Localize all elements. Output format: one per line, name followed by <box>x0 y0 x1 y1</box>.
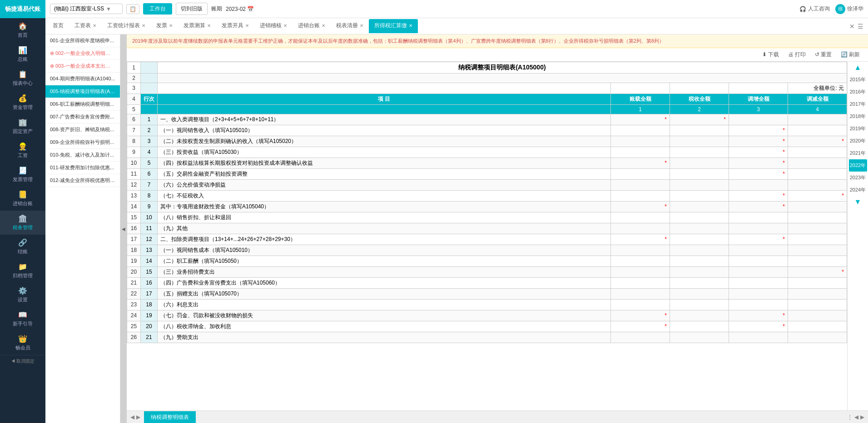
tab-close-purchase-ledger[interactable]: ✕ <box>322 23 325 28</box>
reports-icon: 📋 <box>18 70 27 79</box>
company-selector[interactable]: (物副) 江西股室-LSS ▼ <box>50 4 123 14</box>
workspace-button[interactable]: 工作台 <box>143 3 172 15</box>
bottom-scroll-right[interactable]: ▶ <box>136 414 140 420</box>
tab-menu-btn[interactable]: ☰ <box>858 23 863 30</box>
home-icon: 🏠 <box>18 22 27 30</box>
year-2022[interactable]: 2022年 <box>849 159 867 172</box>
refresh-button[interactable]: 🔄 刷新 <box>838 50 863 59</box>
tab-purchase-audit[interactable]: 进销稽核 ✕ <box>254 19 293 33</box>
table-row: 11 6 （五）交易性金融资产初始投资调整 * <box>127 168 847 179</box>
scroll-left-icon[interactable]: ◀ <box>854 414 858 420</box>
row-num: 5 <box>127 104 141 114</box>
download-button[interactable]: ⬇ 下载 <box>759 50 782 59</box>
tab-close-salary-report[interactable]: ✕ <box>142 23 145 28</box>
left-item-005[interactable]: 005-纳税调整项目明细表(A1... <box>45 85 120 98</box>
left-item-003[interactable]: ⊗ 003-一般企业成本支出明细... <box>45 60 120 73</box>
left-item-012[interactable]: 012-减免企业所得税优惠明细... <box>45 174 120 187</box>
year-nav-up[interactable]: ▲ <box>853 62 863 74</box>
bottom-tabs: ◀ ▶ 纳税调整明细表 ⋮ ◀ ▶ <box>127 410 868 423</box>
tab-close-tax-list[interactable]: ✕ <box>360 23 363 28</box>
left-item-006[interactable]: 006-职工薪酬纳税调整明细... <box>45 98 120 111</box>
sidebar-item-fixed-assets[interactable]: 🏢 固定资产 <box>0 114 45 138</box>
unit-cell <box>670 83 729 93</box>
sidebar-item-settings[interactable]: ⚙️ 设置 <box>0 283 45 307</box>
sidebar-collapse-btn[interactable]: ◀ 取消固定 <box>0 355 45 367</box>
tab-close-invoice[interactable]: ✕ <box>169 23 173 28</box>
sidebar-item-ledger[interactable]: 📊 总账 <box>0 42 45 66</box>
col-e-sub: 3 <box>729 104 788 114</box>
user-menu-btn[interactable]: 徐 徐泽华 <box>835 4 863 14</box>
left-item-011[interactable]: 011-研发费用加计扣除优惠... <box>45 162 120 174</box>
calendar-icon[interactable]: 📅 <box>247 6 254 12</box>
tab-tax-list[interactable]: 税表清册 ✕ <box>331 19 369 33</box>
app-logo: 畅捷通易代账 <box>0 0 45 18</box>
year-nav-down[interactable]: ▼ <box>853 196 863 208</box>
sidebar-item-invoice-mgmt[interactable]: 🧾 发票管理 <box>0 162 45 187</box>
sidebar-item-salary[interactable]: 👷 工资 <box>0 138 45 162</box>
copy-icon-btn[interactable]: 📋 <box>126 4 139 14</box>
sidebar-item-close[interactable]: 🔗 结账 <box>0 235 45 259</box>
col-f-header: 调减全额 <box>788 93 847 104</box>
tab-close-all-btn[interactable]: ✕ <box>849 23 855 30</box>
left-item-009[interactable]: 009-企业所得税弥补亏损明... <box>45 136 120 149</box>
table-row: 19 14 （二）职工薪酬（填写A105050） <box>127 256 847 266</box>
table-row: 1 纳税调整项目明细表(A105000) <box>127 62 847 73</box>
col-d-header: 税收全额 <box>670 93 729 104</box>
tab-close-invoice-calc[interactable]: ✕ <box>207 23 211 28</box>
tab-invoice-calc[interactable]: 发票测算 ✕ <box>178 19 216 33</box>
sidebar-item-reports[interactable]: 📋 报表中心 <box>0 66 45 90</box>
tab-home[interactable]: 首页 <box>47 19 69 33</box>
left-item-007[interactable]: 007-广告费和业务宣传费附... <box>45 111 120 123</box>
tab-close-salary[interactable]: ✕ <box>93 23 96 28</box>
customer-service-btn[interactable]: 🎧 人工咨询 <box>799 5 830 13</box>
tab-invoice[interactable]: 发票 ✕ <box>151 19 178 33</box>
sidebar-item-tax[interactable]: 🏛️ 税务管理 <box>0 211 45 235</box>
tab-close-income-tax[interactable]: ✕ <box>409 23 412 28</box>
year-2024[interactable]: 2024年 <box>849 184 867 196</box>
tab-salary[interactable]: 工资表 ✕ <box>69 19 102 33</box>
year-2015[interactable]: 2015年 <box>849 74 867 86</box>
tab-income-tax[interactable]: 所得税汇算缴 ✕ <box>369 19 418 33</box>
bottom-scroll-left[interactable]: ◀ <box>130 414 134 420</box>
sidebar: 畅捷通易代账 🏠 首页 📊 总账 📋 报表中心 💰 资金管理 🏢 固定资产 👷 … <box>0 0 45 423</box>
tab-purchase-ledger[interactable]: 进销台账 ✕ <box>293 19 331 33</box>
tab-salary-report[interactable]: 工资统计报表 ✕ <box>102 19 151 33</box>
sidebar-item-archive[interactable]: 📁 归档管理 <box>0 259 45 283</box>
sidebar-item-home[interactable]: 🏠 首页 <box>0 18 45 42</box>
col-c-sub: 1 <box>611 104 670 114</box>
bottom-tab-adjustment[interactable]: 纳税调整明细表 <box>144 411 196 423</box>
hang-header: 行次 <box>141 93 158 104</box>
period-label: 账期 <box>211 5 222 13</box>
oldver-button[interactable]: 切到旧版 <box>176 3 208 15</box>
unit-cell <box>729 83 788 93</box>
left-item-004[interactable]: 004-期间费用明细表(A1040... <box>45 73 120 85</box>
settings-icon: ⚙️ <box>18 286 27 295</box>
tab-invoice-issue[interactable]: 发票开具 ✕ <box>216 19 254 33</box>
col-b-sub <box>158 104 611 114</box>
unit-label: 全额单位: 元 <box>788 83 847 93</box>
table-row: 15 10 （八）销售折扣、折让和退回 <box>127 212 847 223</box>
year-2016[interactable]: 2016年 <box>849 86 867 98</box>
left-item-002[interactable]: ⊗ 002-一般企业收入明细表(A1... <box>45 47 120 60</box>
sidebar-item-guide[interactable]: 📖 新手引导 <box>0 307 45 331</box>
scroll-right-icon[interactable]: ▶ <box>860 414 864 420</box>
year-2021[interactable]: 2021年 <box>849 147 867 159</box>
sidebar-item-member[interactable]: 👑 畅会员 <box>0 331 45 355</box>
left-panel-toggle-btn[interactable]: ◀ <box>120 34 127 423</box>
year-2023[interactable]: 2023年 <box>849 172 867 184</box>
print-button[interactable]: 🖨 打印 <box>785 50 808 59</box>
sidebar-item-purchase-sales[interactable]: 📒 进销台账 <box>0 187 45 211</box>
left-item-001[interactable]: 001-企业所得税年度纳税申... <box>45 34 120 47</box>
year-2019[interactable]: 2019年 <box>849 123 867 135</box>
year-2020[interactable]: 2020年 <box>849 135 867 147</box>
left-item-010[interactable]: 010-免税、减计收入及加计... <box>45 149 120 162</box>
sidebar-item-assets[interactable]: 💰 资金管理 <box>0 90 45 114</box>
year-2017[interactable]: 2017年 <box>849 98 867 110</box>
tab-close-invoice-issue[interactable]: ✕ <box>245 23 249 28</box>
reset-button[interactable]: ↺ 重置 <box>812 50 834 59</box>
tab-close-purchase-audit[interactable]: ✕ <box>283 23 287 28</box>
left-item-008[interactable]: 008-资产折旧、摊销及纳税... <box>45 123 120 136</box>
year-2018[interactable]: 2018年 <box>849 110 867 123</box>
empty-cell <box>158 73 847 83</box>
company-dropdown-arrow: ▼ <box>106 6 111 12</box>
